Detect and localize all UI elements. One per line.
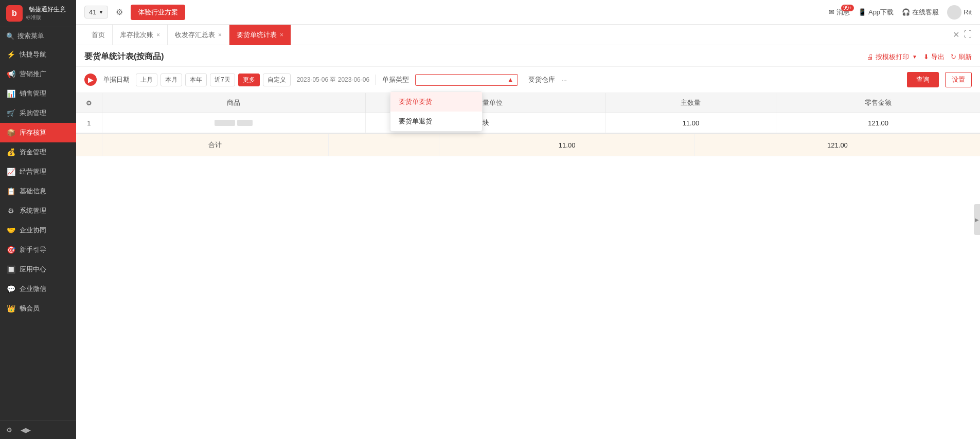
print-action[interactable]: 🖨 按模板打印 ▼	[867, 52, 917, 62]
main-area: 41 ▼ ⚙ 体验行业方案 ✉ 消息 99+ 📱 App下载 🎧 在线客服 R	[76, 0, 980, 439]
gear-button[interactable]: ⚙	[112, 5, 127, 20]
sidebar-item-enterprise[interactable]: 🤝 企业协同	[0, 221, 76, 240]
query-button[interactable]: 查询	[907, 72, 939, 87]
date-this-year[interactable]: 本年	[185, 74, 207, 86]
sidebar-item-appstore[interactable]: 🔲 应用中心	[0, 260, 76, 279]
footer-quantity: 11.00	[439, 134, 695, 156]
sidebar-item-wechat[interactable]: 💬 企业微信	[0, 279, 76, 299]
service-icon: 🎧	[902, 8, 910, 16]
sidebar-label-marketing: 营销推广	[20, 69, 46, 79]
online-service-label: 在线客服	[912, 8, 939, 17]
cell-product	[102, 113, 366, 133]
table-settings-icon[interactable]: ⚙	[86, 99, 92, 107]
sidebar-item-purchase[interactable]: 🛒 采购管理	[0, 103, 76, 123]
sidebar-label-newbie: 新手引导	[20, 245, 46, 254]
content-area: 要货单统计表(按商品) 🖨 按模板打印 ▼ ⬇ 导出 ↻ 刷新	[76, 45, 980, 439]
tab-controls: ✕ ⛶	[953, 30, 972, 40]
dropdown-option-order-return[interactable]: 要货单退货	[390, 112, 482, 131]
date-custom[interactable]: 自定义	[263, 74, 291, 86]
sidebar-label-basic: 基础信息	[20, 187, 46, 196]
tab-receive-close[interactable]: ×	[218, 31, 222, 39]
sidebar: b 畅捷通好生意 标准版 🔍 搜索菜单 ⚡ 快捷导航 📢 营销推广 📊 销售管理…	[0, 0, 76, 439]
online-service-item[interactable]: 🎧 在线客服	[902, 8, 939, 17]
topbar-right: ✉ 消息 99+ 📱 App下载 🎧 在线客服 Rit	[829, 5, 972, 20]
sidebar-label-inventory: 库存核算	[20, 128, 46, 137]
user-avatar[interactable]: Rit	[947, 5, 972, 20]
date-last-7days[interactable]: 近7天	[210, 74, 235, 86]
date-last-month[interactable]: 上月	[136, 74, 157, 86]
tab-batch-account[interactable]: 库存批次账 ×	[113, 25, 168, 45]
sidebar-label-system: 系统管理	[20, 206, 46, 215]
tab-order-close[interactable]: ×	[280, 31, 283, 39]
col-amount: 零售金额	[776, 93, 980, 113]
type-filter-input-container[interactable]: ▲	[415, 74, 518, 86]
footer-amount: 121.00	[694, 134, 980, 156]
sidebar-label-enterprise: 企业协同	[20, 226, 46, 235]
tab-batch-close[interactable]: ×	[156, 31, 160, 39]
app-name: 畅捷通好生意	[29, 6, 66, 14]
sidebar-item-quick-nav[interactable]: ⚡ 快捷导航	[0, 45, 76, 64]
sidebar-label-operation: 经营管理	[20, 167, 46, 176]
type-filter-input[interactable]	[420, 76, 507, 84]
collapse-icon[interactable]: ◀▶	[21, 426, 31, 434]
page-actions: 🖨 按模板打印 ▼ ⬇ 导出 ↻ 刷新	[867, 52, 972, 62]
filter-divider	[376, 75, 376, 85]
tab-receive-summary[interactable]: 收发存汇总表 ×	[168, 25, 229, 45]
download-icon: 📱	[858, 8, 866, 16]
app-download-label: App下载	[868, 8, 894, 17]
sidebar-label-wechat: 企业微信	[20, 284, 46, 294]
refresh-action[interactable]: ↻ 刷新	[951, 52, 972, 62]
sidebar-item-sales[interactable]: 📊 销售管理	[0, 84, 76, 103]
tab-order-stats[interactable]: 要货单统计表 ×	[229, 25, 291, 45]
cell-quantity: 11.00	[605, 113, 776, 133]
branch-selector[interactable]: 41 ▼	[84, 6, 108, 19]
sidebar-item-operation[interactable]: 📈 经营管理	[0, 162, 76, 181]
tab-home[interactable]: 首页	[84, 25, 113, 45]
search-label: 搜索菜单	[17, 31, 44, 41]
dropdown-option-order-goods[interactable]: 要货单要货	[390, 92, 482, 112]
app-download-item[interactable]: 📱 App下载	[858, 8, 894, 17]
date-this-month[interactable]: 本月	[161, 74, 182, 86]
date-more[interactable]: 更多	[238, 74, 260, 86]
col-quantity: 主数量	[605, 93, 776, 113]
sidebar-label-finance: 资金管理	[20, 148, 46, 157]
data-table: ⚙ 商品 主计量单位 主数量 零售金额 1	[76, 93, 980, 133]
table-row: 1 块 11.00 121.00	[76, 113, 980, 133]
print-label: 按模板打印	[876, 52, 909, 62]
product-cell-content	[109, 120, 360, 126]
sidebar-item-basic[interactable]: 📋 基础信息	[0, 181, 76, 201]
warehouse-dots[interactable]: ···	[561, 76, 567, 84]
sidebar-item-member[interactable]: 👑 畅会员	[0, 299, 76, 318]
newbie-icon: 🎯	[6, 245, 15, 254]
right-collapse-handle[interactable]: ▶	[974, 204, 980, 235]
basic-icon: 📋	[6, 187, 15, 196]
topbar-left: 41 ▼ ⚙ 体验行业方案	[84, 5, 823, 20]
type-dropdown-arrow[interactable]: ▲	[507, 76, 513, 83]
sidebar-label-quick-nav: 快捷导航	[20, 50, 46, 59]
finance-icon: 💰	[6, 148, 15, 157]
topbar: 41 ▼ ⚙ 体验行业方案 ✉ 消息 99+ 📱 App下载 🎧 在线客服 R	[76, 0, 980, 25]
trial-button[interactable]: 体验行业方案	[131, 5, 185, 20]
date-filters: 上月 本月 本年 近7天 更多 自定义	[136, 74, 291, 86]
messages-badge: 99+	[841, 5, 854, 11]
col-settings: ⚙	[76, 93, 102, 113]
messages-item[interactable]: ✉ 消息 99+	[829, 8, 850, 17]
sidebar-item-newbie[interactable]: 🎯 新手引导	[0, 240, 76, 260]
settings-button[interactable]: 设置	[945, 72, 972, 87]
search-menu[interactable]: 🔍 搜索菜单	[0, 27, 76, 45]
wechat-icon: 💬	[6, 284, 15, 294]
sidebar-item-inventory[interactable]: 📦 库存核算	[0, 123, 76, 142]
export-action[interactable]: ⬇ 导出	[923, 52, 945, 62]
table-header-row: ⚙ 商品 主计量单位 主数量 零售金额	[76, 93, 980, 113]
sidebar-item-finance[interactable]: 💰 资金管理	[0, 142, 76, 162]
tab-close-all[interactable]: ✕	[953, 30, 959, 40]
sidebar-item-system[interactable]: ⚙ 系统管理	[0, 201, 76, 221]
settings-icon[interactable]: ⚙	[6, 426, 12, 434]
inventory-icon: 📦	[6, 128, 15, 137]
expand-button[interactable]: ▶	[84, 74, 97, 86]
date-filter-label: 单据日期	[103, 75, 130, 84]
tab-maximize[interactable]: ⛶	[964, 30, 972, 40]
app-sub: 标准版	[26, 14, 66, 21]
print-icon: 🖨	[867, 53, 874, 61]
sidebar-item-marketing[interactable]: 📢 营销推广	[0, 64, 76, 84]
